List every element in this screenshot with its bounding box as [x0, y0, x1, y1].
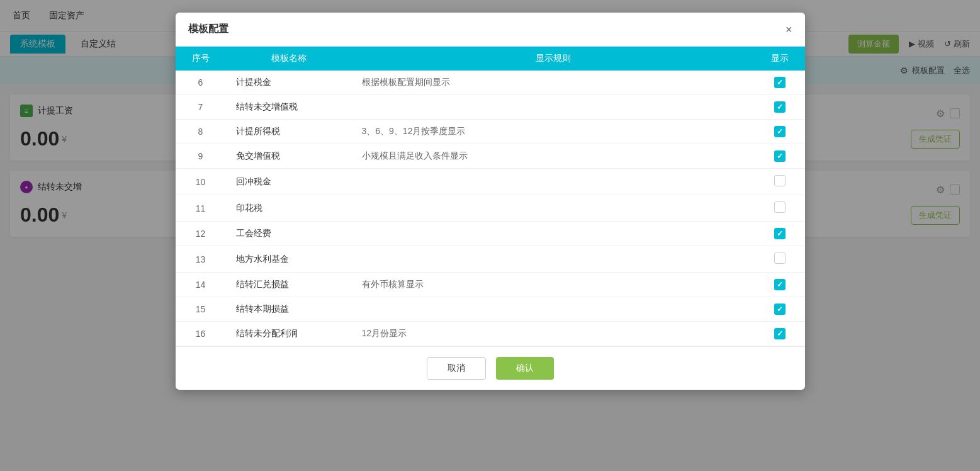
confirm-button[interactable]: 确认: [496, 357, 554, 380]
cell-rule: [352, 169, 755, 195]
cell-rule: 根据模板配置期间显示: [352, 71, 755, 95]
cell-checkbox: [755, 273, 805, 297]
table-row: 9免交增值税小规模且满足收入条件显示: [176, 144, 805, 169]
checkbox-row-16[interactable]: [774, 328, 786, 339]
cell-seq: 12: [176, 222, 226, 246]
col-header-display: 显示: [755, 47, 805, 71]
cell-name: 印花税: [226, 195, 352, 222]
cell-name: 回冲税金: [226, 169, 352, 195]
cell-name: 结转汇兑损益: [226, 273, 352, 297]
modal-body: 序号 模板名称 显示规则 显示 6计提税金根据模板配置期间显示7结转未交增值税8…: [176, 47, 805, 346]
checkbox-row-14[interactable]: [774, 279, 786, 290]
table-row: 7结转未交增值税: [176, 95, 805, 120]
table-row: 15结转本期损益: [176, 297, 805, 322]
cell-checkbox: [755, 169, 805, 195]
table-row: 11印花税: [176, 195, 805, 222]
cell-name: 地方水利基金: [226, 246, 352, 273]
col-header-seq: 序号: [176, 47, 226, 71]
cell-rule: [352, 297, 755, 322]
cell-checkbox: [755, 297, 805, 322]
cell-checkbox: [755, 95, 805, 120]
cell-name: 计提税金: [226, 71, 352, 95]
table-row: 12工会经费: [176, 222, 805, 246]
table-header-row: 序号 模板名称 显示规则 显示: [176, 47, 805, 71]
table-row: 6计提税金根据模板配置期间显示: [176, 71, 805, 95]
config-table: 序号 模板名称 显示规则 显示 6计提税金根据模板配置期间显示7结转未交增值税8…: [176, 47, 805, 346]
cell-name: 结转未分配利润: [226, 322, 352, 346]
cell-seq: 10: [176, 169, 226, 195]
cell-seq: 15: [176, 297, 226, 322]
cell-seq: 6: [176, 71, 226, 95]
cell-name: 工会经费: [226, 222, 352, 246]
cell-seq: 7: [176, 95, 226, 120]
cell-checkbox: [755, 246, 805, 273]
cell-seq: 8: [176, 120, 226, 144]
table-row: 10回冲税金: [176, 169, 805, 195]
checkbox-row-6[interactable]: [774, 77, 786, 88]
cell-name: 计提所得税: [226, 120, 352, 144]
checkbox-row-10[interactable]: [774, 175, 786, 186]
cell-seq: 14: [176, 273, 226, 297]
modal-template-config: 模板配置 × 序号 模板名称 显示规则 显示 6计提税金根据模板配置期间显示7结…: [176, 13, 805, 390]
cell-name: 结转本期损益: [226, 297, 352, 322]
table-row: 14结转汇兑损益有外币核算显示: [176, 273, 805, 297]
cell-seq: 16: [176, 322, 226, 346]
checkbox-row-15[interactable]: [774, 304, 786, 315]
col-header-rule: 显示规则: [352, 47, 755, 71]
col-header-name: 模板名称: [226, 47, 352, 71]
cell-checkbox: [755, 222, 805, 246]
modal-header: 模板配置 ×: [176, 13, 805, 47]
cell-checkbox: [755, 322, 805, 346]
cell-checkbox: [755, 120, 805, 144]
cell-seq: 13: [176, 246, 226, 273]
checkbox-row-13[interactable]: [774, 253, 786, 264]
cell-rule: 12月份显示: [352, 322, 755, 346]
cell-rule: 3、6、9、12月按季度显示: [352, 120, 755, 144]
modal-footer: 取消 确认: [176, 346, 805, 390]
cell-name: 结转未交增值税: [226, 95, 352, 120]
checkbox-row-8[interactable]: [774, 126, 786, 137]
cell-rule: 小规模且满足收入条件显示: [352, 144, 755, 169]
checkbox-row-9[interactable]: [774, 150, 786, 162]
checkbox-row-12[interactable]: [774, 228, 786, 239]
cancel-button[interactable]: 取消: [427, 357, 486, 380]
cell-seq: 9: [176, 144, 226, 169]
table-row: 16结转未分配利润12月份显示: [176, 322, 805, 346]
cell-rule: [352, 95, 755, 120]
cell-rule: [352, 246, 755, 273]
modal-close-button[interactable]: ×: [786, 24, 792, 35]
cell-checkbox: [755, 195, 805, 222]
table-row: 8计提所得税3、6、9、12月按季度显示: [176, 120, 805, 144]
modal-title: 模板配置: [188, 23, 228, 36]
cell-seq: 11: [176, 195, 226, 222]
cell-rule: 有外币核算显示: [352, 273, 755, 297]
cell-rule: [352, 222, 755, 246]
checkbox-row-11[interactable]: [774, 201, 786, 213]
cell-checkbox: [755, 144, 805, 169]
cell-rule: [352, 195, 755, 222]
cell-checkbox: [755, 71, 805, 95]
cell-name: 免交增值税: [226, 144, 352, 169]
checkbox-row-7[interactable]: [774, 101, 786, 113]
table-row: 13地方水利基金: [176, 246, 805, 273]
modal-overlay: 模板配置 × 序号 模板名称 显示规则 显示 6计提税金根据模板配置期间显示7结…: [0, 0, 980, 471]
